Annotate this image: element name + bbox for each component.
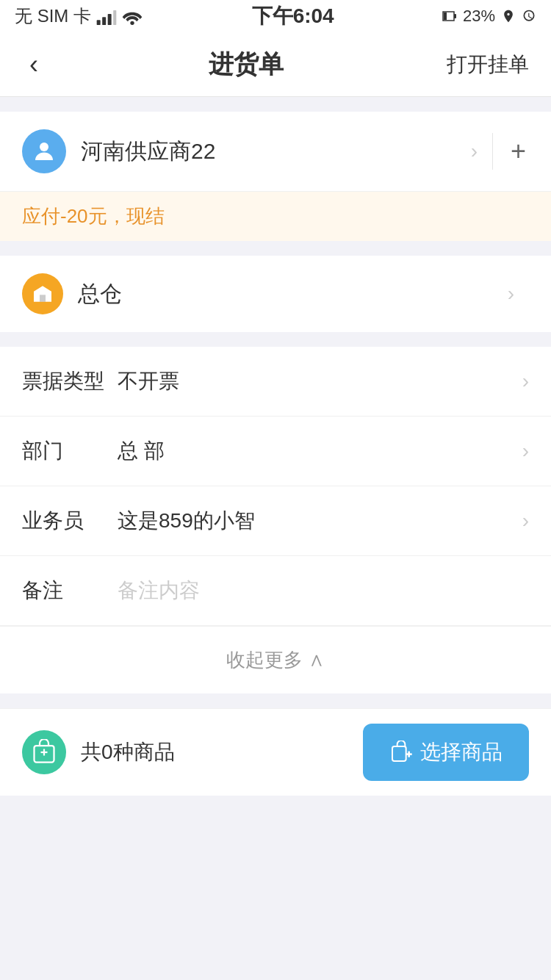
product-icon-wrap <box>22 730 66 774</box>
salesperson-row[interactable]: 业务员 这是859的小智 › <box>0 486 551 556</box>
svg-point-4 <box>131 21 134 24</box>
salesperson-value: 这是859的小智 <box>118 507 522 535</box>
supplier-avatar <box>22 129 66 173</box>
nav-bar: ‹ 进货单 打开挂单 <box>0 32 551 97</box>
supplier-section: 河南供应商22 › + 应付-20元，现结 <box>0 112 551 241</box>
status-battery-area: 23% <box>442 7 536 26</box>
back-button[interactable]: ‹ <box>22 42 46 87</box>
section-divider-2 <box>0 241 551 256</box>
svg-rect-12 <box>392 746 406 761</box>
page-title: 进货单 <box>209 48 284 82</box>
invoice-type-chevron-icon: › <box>522 370 529 393</box>
supplier-name: 河南供应商22 <box>81 137 471 167</box>
svg-rect-5 <box>444 12 447 20</box>
warehouse-name: 总仓 <box>78 279 508 309</box>
battery-percent: 23% <box>463 7 495 26</box>
warehouse-row[interactable]: 总仓 › <box>0 256 551 332</box>
status-time: 下午6:04 <box>252 2 334 30</box>
department-value: 总 部 <box>118 437 522 465</box>
remark-placeholder: 备注内容 <box>118 577 529 605</box>
salesperson-label: 业务员 <box>22 507 118 535</box>
remaining-background <box>0 796 551 980</box>
product-count: 共0种商品 <box>81 738 363 766</box>
svg-point-7 <box>40 143 48 151</box>
remark-row[interactable]: 备注 备注内容 <box>0 556 551 626</box>
warehouse-icon <box>22 273 63 314</box>
svg-rect-1 <box>102 17 106 25</box>
warehouse-section: 总仓 › <box>0 256 551 332</box>
department-label: 部门 <box>22 437 118 465</box>
department-row[interactable]: 部门 总 部 › <box>0 417 551 486</box>
select-product-button[interactable]: 选择商品 <box>363 724 529 781</box>
status-bar: 无 SIM 卡 下午6:04 23% <box>0 0 551 32</box>
supplier-row[interactable]: 河南供应商22 › + <box>0 112 551 192</box>
bottom-bar: 共0种商品 选择商品 <box>0 708 551 796</box>
form-section: 票据类型 不开票 › 部门 总 部 › 业务员 这是859的小智 › 备注 备注… <box>0 347 551 693</box>
invoice-type-label: 票据类型 <box>22 367 118 395</box>
notice-text: 应付-20元，现结 <box>22 205 165 227</box>
status-signal: 无 SIM 卡 <box>15 4 143 28</box>
supplier-chevron-icon: › <box>471 140 478 163</box>
svg-rect-2 <box>107 14 111 25</box>
invoice-type-value: 不开票 <box>118 367 522 395</box>
collapse-label: 收起更多 ∧ <box>226 647 324 673</box>
section-divider-1 <box>0 97 551 112</box>
add-supplier-button[interactable]: + <box>492 133 529 170</box>
svg-rect-0 <box>96 20 100 25</box>
open-pending-button[interactable]: 打开挂单 <box>447 51 529 79</box>
svg-rect-8 <box>40 295 46 301</box>
collapse-row[interactable]: 收起更多 ∧ <box>0 626 551 693</box>
notice-banner: 应付-20元，现结 <box>0 192 551 241</box>
salesperson-chevron-icon: › <box>522 509 529 533</box>
select-product-label: 选择商品 <box>420 738 503 766</box>
svg-rect-6 <box>454 14 456 18</box>
warehouse-chevron-icon: › <box>508 282 514 306</box>
remark-label: 备注 <box>22 577 118 605</box>
invoice-type-row[interactable]: 票据类型 不开票 › <box>0 347 551 417</box>
svg-rect-3 <box>113 10 116 25</box>
department-chevron-icon: › <box>522 439 529 463</box>
